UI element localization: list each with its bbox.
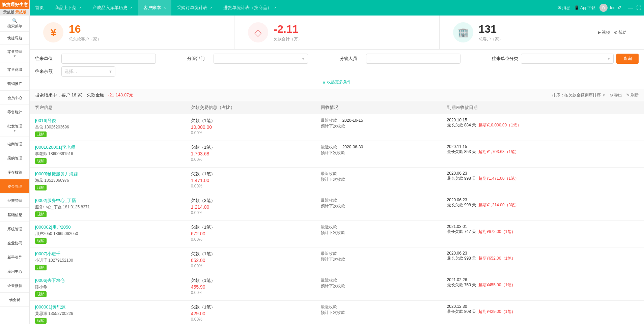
customer-name-0[interactable]: [0016]吕俊 — [35, 118, 180, 124]
retail-mgmt-label: 零售管理 — [2, 49, 27, 54]
stat-card-debt-customers: ¥ 16 总欠款客户（家） — [30, 16, 234, 49]
customer-phone-1: 李老师 18600391516 — [35, 151, 180, 157]
sidebar-item-search[interactable]: 🔍 搜索菜单 — [0, 16, 29, 32]
debt-percent-3: 0.00% — [191, 210, 310, 215]
close-icon-3[interactable]: × — [164, 5, 166, 10]
recovery-label-4: 最近收款 — [321, 225, 337, 229]
customer-name-2[interactable]: [0003]畅捷服务尹海蕊 — [35, 171, 180, 177]
nav-tabs: 首页 商品上下架 × 产成品入库单历史 × 客户账本 × 采购订单统计表 × — [30, 0, 554, 16]
sidebar-item-retail-mgmt[interactable]: 零售管理 ▼ — [0, 45, 29, 62]
stat-total-debt-info: -2.11 欠款合计（万） — [274, 23, 302, 42]
recovery-label-3: 最近收款 — [321, 198, 337, 203]
overdue-link-5[interactable]: 超期¥652.00（1笔） — [478, 256, 515, 261]
tab-home[interactable]: 首页 — [30, 0, 49, 16]
overdue-link-6[interactable]: 超期¥455.90（1笔） — [478, 283, 515, 287]
close-icon[interactable]: × — [79, 5, 82, 10]
maximize-icon[interactable]: ⛶ — [636, 5, 641, 10]
sidebar: 畅捷通好生意 示范版 示范版 🔍 搜索菜单 快捷导航 零售管理 ▼ 零售商城 营… — [0, 0, 30, 324]
cell-customer-info-0: [0016]吕俊 吕俊 13026203696 现销 — [30, 114, 186, 141]
customer-tag-7: 现销 — [35, 318, 47, 324]
refresh-btn[interactable]: ↻ 刷新 — [626, 92, 639, 98]
tab-customer-account[interactable]: 客户账本 × — [138, 0, 171, 16]
sidebar-item-purchase[interactable]: 采购管理 — [0, 151, 29, 165]
sidebar-item-newbie[interactable]: 新手引导 — [0, 250, 29, 264]
overdue-link-3[interactable]: 超期¥1,214.00（3笔） — [478, 203, 519, 207]
search-button[interactable]: 查询 — [616, 54, 639, 64]
recovery-info-7: 最近收款 — [321, 304, 436, 310]
collapse-btn[interactable]: ∧ 收起更多条件 — [35, 79, 639, 85]
customer-name-3[interactable]: [0002]服务中心_丁磊 — [35, 198, 180, 204]
cell-due-date-6: 2021.02.26 最长欠款 750 天 超期¥455.90（1笔） — [442, 274, 644, 301]
overdue-link-2[interactable]: 超期¥1,471.00（1笔） — [478, 176, 519, 181]
unit-class-select[interactable]: ▼ — [521, 54, 614, 64]
sidebar-item-quick-nav[interactable]: 快捷导航 — [0, 32, 29, 45]
customer-name-7[interactable]: [000001]黄思源 — [35, 304, 180, 310]
sidebar-item-inventory[interactable]: 库存核算 — [0, 165, 29, 179]
source-unit-value: ... — [64, 56, 68, 61]
dept-group: 分管部门 ▼ — [187, 54, 334, 64]
sidebar-item-finance[interactable]: 资金管理 — [0, 179, 29, 194]
sidebar-item-batch-mgmt[interactable]: 批发管理 ▼ — [0, 119, 29, 137]
tab-purchase-order[interactable]: 采购订单统计表 × — [171, 0, 218, 16]
sidebar-item-ecommerce[interactable]: 电商管理 — [0, 137, 29, 151]
filter-row-2: 往来余额 选择... ▼ — [35, 66, 639, 77]
balance-select[interactable]: 选择... ▼ — [61, 66, 115, 77]
app-logo[interactable]: 畅捷通好生意 示范版 示范版 — [0, 0, 29, 16]
export-btn[interactable]: ⊙ 导出 — [610, 92, 622, 98]
table-row: [0007]小进千 小进千 18279152100 现销 欠款（1笔） 652.… — [30, 247, 644, 274]
source-unit-input[interactable]: ... — [61, 54, 156, 64]
video-btn[interactable]: ▶ 视频 — [598, 30, 610, 35]
overdue-link-4[interactable]: 超期¥672.00（1笔） — [478, 229, 515, 234]
customer-name-5[interactable]: [0007]小进千 — [35, 251, 180, 257]
sidebar-item-app-center[interactable]: 应用中心 — [0, 264, 29, 278]
sidebar-item-retail-store[interactable]: 零售商城 — [0, 62, 29, 77]
export-label: 导出 — [614, 92, 622, 98]
overdue-link-7[interactable]: 超期¥429.00（1笔） — [478, 309, 515, 314]
nav-right-actions: ✉ 消息 📱 App下载 D demo2 — [554, 4, 625, 12]
next-recovery-5: 预计下次收款 — [321, 257, 436, 262]
due-date-1: 2020.11.15 — [447, 144, 639, 149]
tab-product-history[interactable]: 产成品入库单历史 × — [87, 0, 138, 16]
customer-name-4[interactable]: [000002]用户2050 — [35, 224, 180, 230]
close-icon-5[interactable]: × — [274, 5, 277, 10]
recovery-info-4: 最近收款 — [321, 224, 436, 230]
help-btn[interactable]: ⊙ 帮助 — [614, 30, 626, 35]
debt-count-3: 欠款（3笔） — [191, 198, 310, 204]
sidebar-item-sys-mgmt[interactable]: 系统管理 — [0, 222, 29, 236]
debt-amount-0: 10,000.00 — [191, 124, 310, 130]
customer-name-6[interactable]: [0006]去下粮仓 — [35, 277, 180, 284]
overdue-link-0[interactable]: 超期¥10,000.00（1笔） — [478, 123, 521, 127]
sidebar-item-member[interactable]: 会员中心 — [0, 91, 29, 105]
close-icon-4[interactable]: × — [210, 5, 213, 10]
sidebar-item-corp-wechat[interactable]: 企业微信 — [0, 278, 29, 293]
debt-amount-5: 652.00 — [191, 258, 310, 263]
customer-name-1[interactable]: [0001020001]李老师 — [35, 144, 180, 150]
due-date-7: 2020.12.30 — [447, 304, 639, 309]
message-btn[interactable]: ✉ 消息 — [558, 5, 570, 11]
sidebar-item-marketing[interactable]: 营销推广 — [0, 77, 29, 91]
minimize-icon[interactable]: — — [628, 5, 633, 10]
results-info: 搜索结果中，客户 16 家 欠款金额 -21,148.07元 — [35, 92, 133, 98]
user-profile[interactable]: D demo2 — [599, 4, 621, 12]
close-icon-2[interactable]: × — [130, 5, 133, 10]
dept-select[interactable]: ▼ — [214, 54, 308, 64]
next-recovery-4: 预计下次收款 — [321, 230, 436, 236]
debt-count-4: 欠款（1笔） — [191, 224, 310, 230]
sort-selector[interactable]: 排序：按欠款金额倒序排序 ▼ — [552, 92, 606, 98]
customer-tag-2: 现销 — [35, 185, 47, 190]
tab-purchase-stats[interactable]: 进货单统计表（按商品） × — [218, 0, 282, 16]
customer-table: 客户信息 欠款交易信息（占比） 回收情况 到期未收款日期 [0016]吕俊 吕俊… — [30, 101, 644, 324]
tab-product-offline[interactable]: 商品上下架 × — [49, 0, 87, 16]
tab-product-offline-label: 商品上下架 — [55, 5, 77, 11]
sidebar-item-vip-member[interactable]: 畅会员 — [0, 293, 29, 307]
app-download-btn[interactable]: 📱 App下载 — [574, 5, 595, 11]
chevron-down-icon-dept: ▼ — [301, 57, 305, 61]
basic-info-label: 基础信息 — [2, 212, 27, 217]
sidebar-item-basic-info[interactable]: 基础信息 — [0, 208, 29, 222]
sidebar-item-corp-collab[interactable]: 企业协同 — [0, 236, 29, 250]
person-input[interactable]: ... — [366, 54, 460, 64]
sidebar-item-retail-stats[interactable]: 零售统计 — [0, 105, 29, 119]
overdue-link-1[interactable]: 超期¥1,703.68（1笔） — [478, 149, 519, 154]
sidebar-item-ops-mgmt[interactable]: 经营管理 — [0, 194, 29, 208]
customer-phone-5: 小进千 18279152100 — [35, 258, 180, 263]
